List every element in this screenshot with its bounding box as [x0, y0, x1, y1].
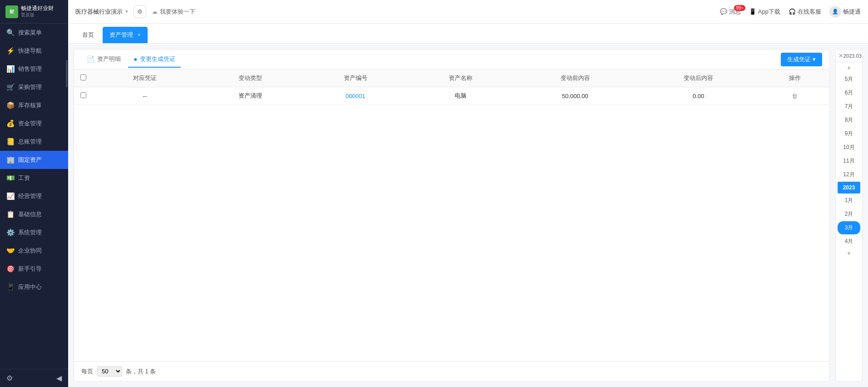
- home-tab-label: 首页: [82, 31, 94, 38]
- date-sidebar-close-icon[interactable]: ✕: [838, 52, 843, 59]
- date-sidebar: ✕ 2023.03 ⤢ ▲ 5月6月7月8月9月10月11月12月20231月2…: [835, 49, 863, 382]
- change-icon: ●: [134, 55, 137, 63]
- row-voucher: --: [92, 87, 198, 105]
- sidebar-item-label-enterprise: 企业协同: [18, 247, 42, 255]
- sidebar-item-guide[interactable]: 🎯 新手引导: [0, 260, 68, 278]
- sidebar-item-search[interactable]: 🔍 搜索菜单: [0, 24, 68, 42]
- row-action[interactable]: 🗑: [760, 87, 829, 105]
- sidebar-item-label-payroll: 工资: [18, 174, 30, 182]
- date-month-1月[interactable]: 1月: [838, 194, 860, 207]
- date-sidebar-year: 2023.03: [843, 53, 862, 59]
- select-all-checkbox[interactable]: [80, 74, 86, 80]
- date-month-3月[interactable]: 3月: [838, 221, 860, 234]
- sidebar-item-sales[interactable]: 📊 销售管理: [0, 60, 68, 78]
- sidebar-item-label-app-center: 应用中心: [18, 283, 42, 291]
- message-button[interactable]: 💬 消息 99+: [720, 8, 741, 16]
- date-month-2月[interactable]: 2月: [838, 208, 860, 221]
- customer-service-button[interactable]: 🎧 在线客服: [789, 8, 821, 16]
- th-action: 操作: [760, 69, 829, 87]
- row-change-type: 资产清理: [198, 87, 303, 105]
- date-month-6月[interactable]: 6月: [838, 86, 860, 99]
- sidebar-bottom: ⚙ ◀: [0, 369, 68, 387]
- sidebar-item-basic-info[interactable]: 📋 基础信息: [0, 205, 68, 223]
- sidebar-item-label-sales: 销售管理: [18, 65, 42, 73]
- sidebar-item-inventory[interactable]: 📦 库存核算: [0, 96, 68, 114]
- date-month-7月[interactable]: 7月: [838, 100, 860, 113]
- date-month-10月[interactable]: 10月: [838, 141, 860, 154]
- tab-asset-mgmt[interactable]: 资产管理 ×: [103, 27, 148, 43]
- sidebar-item-label-quick-nav: 快捷导航: [18, 47, 42, 55]
- pagination: 每页 102050100 条，共 1 条: [74, 361, 829, 381]
- user-avatar-button[interactable]: 👤 畅捷通: [829, 6, 861, 18]
- page-body: 📄 资产明细 ● 变更生成凭证 生成凭证 ▾: [68, 44, 868, 387]
- sidebar-item-ledger[interactable]: 📒 总账管理: [0, 133, 68, 151]
- row-asset-code: 000001: [303, 87, 408, 105]
- row-checkbox-cell: [74, 87, 92, 105]
- inventory-icon: 📦: [6, 101, 15, 109]
- app-logo-icon: 财: [5, 5, 18, 18]
- total-count: 条，共 1 条: [126, 367, 156, 376]
- experience-label: 我要体验一下: [160, 8, 195, 16]
- main-area: 医疗器械行业演示 ▾ ⚙ ☁ 我要体验一下 💬 消息 99+ 📱 App下载 🎧…: [68, 0, 868, 387]
- app-download-button[interactable]: 📱 App下载: [749, 8, 780, 16]
- sidebar-item-fixed-assets[interactable]: 🏢 固定资产: [0, 151, 68, 169]
- row-checkbox-0[interactable]: [80, 92, 86, 98]
- date-scroll-up-icon[interactable]: ▲: [836, 62, 862, 72]
- date-year-2023[interactable]: 2023: [838, 182, 860, 194]
- date-month-8月[interactable]: 8月: [838, 114, 860, 127]
- sub-tab-change-voucher[interactable]: ● 变更生成凭证: [128, 51, 181, 68]
- payroll-icon: 💵: [6, 174, 15, 182]
- sidebar-item-quick-nav[interactable]: ⚡ 快捷导航: [0, 42, 68, 60]
- date-month-5月[interactable]: 5月: [838, 73, 860, 86]
- main-card: 📄 资产明细 ● 变更生成凭证 生成凭证 ▾: [74, 49, 830, 382]
- company-selector[interactable]: 医疗器械行业演示 ▾: [75, 8, 128, 16]
- row-after: 0.00: [637, 87, 760, 105]
- th-after: 变动后内容: [637, 69, 760, 87]
- sidebar-item-label-ledger: 总账管理: [18, 138, 42, 146]
- avatar: 👤: [829, 6, 841, 18]
- sidebar-item-operations[interactable]: 📈 经营管理: [0, 187, 68, 205]
- topbar: 医疗器械行业演示 ▾ ⚙ ☁ 我要体验一下 💬 消息 99+ 📱 App下载 🎧…: [68, 0, 868, 24]
- sidebar-item-purchase[interactable]: 🛒 采购管理: [0, 78, 68, 96]
- generate-voucher-button[interactable]: 生成凭证 ▾: [781, 53, 822, 66]
- date-month-11月[interactable]: 11月: [838, 154, 860, 168]
- ledger-icon: 📒: [6, 138, 15, 146]
- sub-tab-asset-detail[interactable]: 📄 资产明细: [81, 51, 126, 68]
- topbar-right: 💬 消息 99+ 📱 App下载 🎧 在线客服 👤 畅捷通: [720, 6, 861, 18]
- sidebar-item-app-center[interactable]: 📱 应用中心: [0, 278, 68, 296]
- experience-button[interactable]: ☁ 我要体验一下: [152, 8, 195, 16]
- date-scroll-down-icon[interactable]: ▼: [836, 248, 862, 258]
- tab-home[interactable]: 首页: [75, 27, 101, 43]
- headset-icon: 🎧: [789, 8, 796, 15]
- sidebar-item-finance[interactable]: 💰 资金管理: [0, 114, 68, 133]
- app-edition: 普及版: [21, 12, 54, 18]
- settings-icon[interactable]: ⚙: [6, 374, 13, 382]
- content-area: 首页 资产管理 × 📄 资产明细 ● 变更生成凭证: [68, 24, 868, 387]
- th-before: 变动前内容: [513, 69, 637, 87]
- th-change-type: 变动类型: [198, 69, 303, 87]
- collapse-icon[interactable]: ◀: [56, 374, 62, 382]
- table-row: -- 资产清理 000001 电脑 50,000.00 0.00 🗑: [74, 87, 829, 105]
- generate-voucher-label: 生成凭证: [787, 55, 811, 64]
- fixed-assets-icon: 🏢: [6, 156, 15, 164]
- date-sidebar-expand-icon[interactable]: ⤢: [862, 52, 863, 59]
- sidebar-item-label-finance: 资金管理: [18, 119, 42, 128]
- date-month-12月[interactable]: 12月: [838, 168, 860, 181]
- sidebar-item-payroll[interactable]: 💵 工资: [0, 169, 68, 187]
- tab-close-icon[interactable]: ×: [138, 32, 141, 38]
- sidebar-item-system[interactable]: ⚙️ 系统管理: [0, 223, 68, 242]
- sub-tabs: 📄 资产明细 ● 变更生成凭证 生成凭证 ▾: [74, 50, 829, 69]
- sidebar-item-enterprise[interactable]: 🤝 企业协同: [0, 242, 68, 260]
- asset-detail-label: 资产明细: [97, 55, 121, 63]
- table-wrapper: 对应凭证 变动类型 资产编号 资产名称 变动前内容 变动后内容 操作: [74, 69, 829, 361]
- date-month-9月[interactable]: 9月: [838, 127, 860, 140]
- sales-icon: 📊: [6, 65, 15, 73]
- settings-button[interactable]: ⚙: [134, 5, 146, 18]
- row-before: 50,000.00: [513, 87, 637, 105]
- sidebar-nav: 🔍 搜索菜单 ⚡ 快捷导航 📊 销售管理 🛒 采购管理 📦 库存核算 💰 资金管…: [0, 24, 68, 369]
- sidebar-item-label-operations: 经营管理: [18, 192, 42, 200]
- date-month-4月[interactable]: 4月: [838, 235, 860, 248]
- row-asset-name: 电脑: [408, 87, 514, 105]
- per-page-select[interactable]: 102050100: [97, 366, 122, 377]
- document-icon: 📄: [87, 55, 94, 63]
